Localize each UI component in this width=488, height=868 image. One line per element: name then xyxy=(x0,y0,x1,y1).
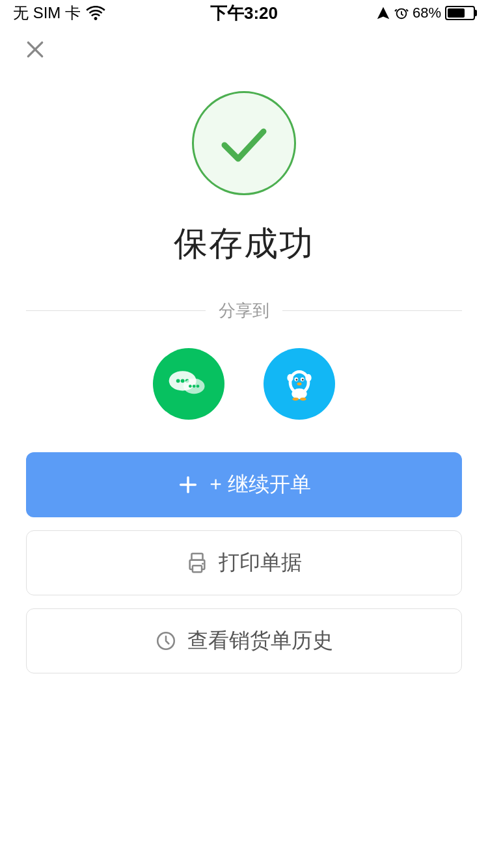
svg-point-18 xyxy=(287,374,293,382)
checkmark-icon xyxy=(215,114,273,172)
svg-rect-27 xyxy=(193,565,202,572)
history-button[interactable]: 查看销货单历史 xyxy=(26,608,462,673)
success-circle xyxy=(192,91,296,195)
wechat-share-button[interactable] xyxy=(153,348,224,420)
status-left: 无 SIM 卡 xyxy=(13,3,105,23)
success-title: 保存成功 xyxy=(174,221,314,267)
svg-point-22 xyxy=(300,398,306,401)
share-divider: 分享到 xyxy=(26,299,462,322)
svg-point-20 xyxy=(291,388,306,399)
svg-point-17 xyxy=(297,383,302,386)
location-icon xyxy=(376,6,390,20)
share-icons xyxy=(26,348,462,420)
svg-point-8 xyxy=(189,385,192,388)
wechat-icon xyxy=(166,361,211,407)
qq-share-button[interactable] xyxy=(264,348,335,420)
qq-icon xyxy=(277,361,322,407)
svg-point-28 xyxy=(202,563,204,565)
svg-point-16 xyxy=(302,379,304,381)
status-time: 下午3:20 xyxy=(210,2,278,25)
share-section: 分享到 xyxy=(0,299,488,420)
svg-point-10 xyxy=(197,385,200,388)
status-bar: 无 SIM 卡 下午3:20 68% xyxy=(0,0,488,26)
svg-point-19 xyxy=(305,374,311,382)
svg-point-9 xyxy=(193,385,196,388)
continue-button[interactable]: + 继续开单 xyxy=(26,452,462,517)
svg-point-15 xyxy=(296,379,298,381)
svg-point-21 xyxy=(293,398,299,401)
share-label: 分享到 xyxy=(219,299,269,322)
wifi-icon xyxy=(86,6,105,20)
battery-percent: 68% xyxy=(413,5,441,21)
action-buttons: + 继续开单 打印单据 查看销货单历史 xyxy=(0,452,488,673)
close-button[interactable] xyxy=(20,34,51,65)
print-label: 打印单据 xyxy=(219,549,302,577)
history-label: 查看销货单历史 xyxy=(187,627,333,655)
svg-rect-25 xyxy=(192,554,203,560)
status-right: 68% xyxy=(376,5,475,21)
no-sim-text: 无 SIM 卡 xyxy=(13,3,81,23)
print-icon xyxy=(186,552,208,574)
close-icon xyxy=(25,39,46,60)
main-content: 保存成功 分享到 xyxy=(0,26,488,868)
battery-icon xyxy=(445,6,475,20)
continue-label: + 继续开单 xyxy=(210,470,311,499)
history-icon xyxy=(155,630,177,652)
alarm-icon xyxy=(394,6,409,20)
svg-point-5 xyxy=(181,379,185,383)
print-button[interactable]: 打印单据 xyxy=(26,530,462,595)
svg-point-4 xyxy=(176,379,180,383)
plus-icon xyxy=(177,474,199,496)
